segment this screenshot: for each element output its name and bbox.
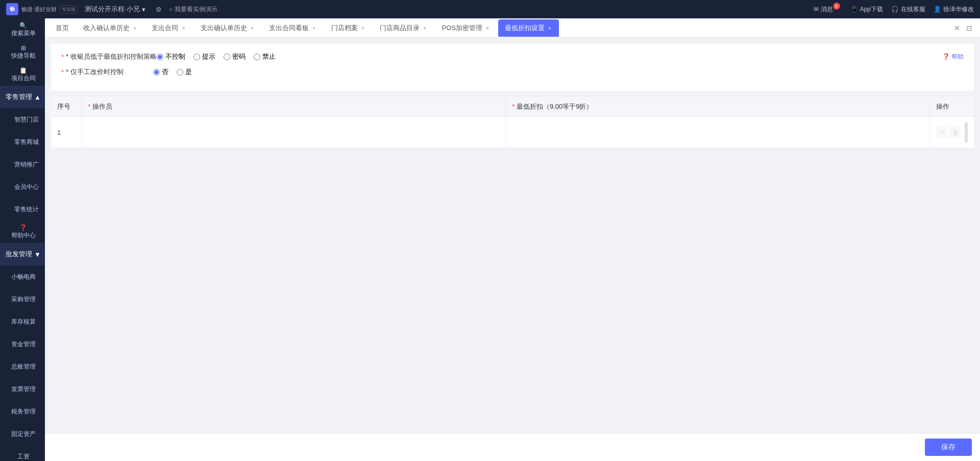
tab-bar-actions: ✕ ⊡ xyxy=(952,22,976,34)
cell-discount[interactable] xyxy=(506,117,930,148)
cell-operator[interactable] xyxy=(82,117,506,148)
option-forbid-label: 禁止 xyxy=(262,52,276,61)
branch-name: 测试分开示程·小兄 xyxy=(85,5,140,14)
radio-remind[interactable] xyxy=(193,54,200,60)
messages-btn[interactable]: ✉ 消息 8 xyxy=(814,5,842,14)
online-support-btn[interactable]: 🎧 在线客服 xyxy=(891,5,925,14)
demo-link[interactable]: ○ 我要看实例演示 xyxy=(169,5,217,14)
option-forbid[interactable]: 禁止 xyxy=(254,52,276,61)
radio-forbid[interactable] xyxy=(254,54,260,60)
tab-close-payment-contract[interactable]: × xyxy=(181,25,186,31)
required-mark: * xyxy=(61,53,64,61)
operator-input[interactable] xyxy=(88,129,500,136)
sidebar-item-ecommerce[interactable]: 小畅电商 xyxy=(0,265,45,288)
sidebar-item-label: 智慧门店 xyxy=(14,115,39,124)
cell-action: ✎ 🗑 xyxy=(930,117,974,148)
help-label: 帮助 xyxy=(951,53,964,61)
content-area: 首页 收入确认单历史 × 支出合同 × 支出确认单历史 × 支出合同看板 × 门… xyxy=(45,18,980,461)
settings-panel: * * 收银员低于最低折扣控制策略 不控制 提示 xyxy=(51,44,974,91)
scroll-indicator xyxy=(965,122,968,142)
tab-store-archive[interactable]: 门店档案 × xyxy=(325,19,372,37)
sidebar-item-search[interactable]: 🔍 搜索菜单 xyxy=(0,18,45,41)
sidebar-item-smart-store[interactable]: 智慧门店 xyxy=(0,108,45,131)
messages-label: 消息 xyxy=(821,5,833,14)
logo-area: 畅 畅捷·通好业财 专业版 xyxy=(6,3,78,15)
sidebar-item-help-center[interactable]: ❓ 帮助中心 xyxy=(0,221,45,243)
tab-pos-password-mgmt[interactable]: POS加密管理 × xyxy=(435,19,497,37)
tab-close-payment-contract-board[interactable]: × xyxy=(311,25,316,31)
sidebar-item-label: 零售商城 xyxy=(14,138,39,147)
close-tab-btn[interactable]: ✕ xyxy=(952,22,962,34)
option-no[interactable]: 否 xyxy=(153,67,168,77)
tab-store-product-catalog[interactable]: 门店商品目录 × xyxy=(373,19,434,37)
sidebar-item-purchase-mgmt[interactable]: 采购管理 xyxy=(0,288,45,310)
help-link[interactable]: ❓ 帮助 xyxy=(942,53,964,61)
option-no-control[interactable]: 不控制 xyxy=(157,52,185,61)
row-edit-btn[interactable]: ✎ xyxy=(936,127,947,138)
table-header-row: 序号 * 操作员 * 最低折扣（9.00等于9折） 操作 xyxy=(51,97,974,117)
row-delete-btn[interactable]: 🗑 xyxy=(949,127,961,138)
avatar-icon: 👤 xyxy=(934,6,941,13)
user-profile-btn[interactable]: 👤 徐泽华修改 xyxy=(934,5,974,14)
required-mark2: * xyxy=(61,68,64,76)
option-password[interactable]: 密码 xyxy=(224,52,246,61)
save-button[interactable]: 保存 xyxy=(925,439,972,456)
sidebar-item-retail-mgmt[interactable]: 零售管理 ▲ xyxy=(0,86,45,108)
demo-link-text: 我要看实例演示 xyxy=(175,5,217,14)
tab-payment-contract[interactable]: 支出合同 × xyxy=(145,19,192,37)
online-support-label: 在线客服 xyxy=(901,5,925,14)
sidebar-item-retail-mall[interactable]: 零售商城 xyxy=(0,131,45,153)
radio-yes[interactable] xyxy=(177,69,183,76)
sidebar-item-wholesale-mgmt[interactable]: 批发管理 ▼ xyxy=(0,243,45,265)
tab-close-store-archive[interactable]: × xyxy=(360,25,365,31)
expand-tab-btn[interactable]: ⊡ xyxy=(965,22,974,34)
tab-label: 支出合同看板 xyxy=(269,23,309,33)
sidebar-item-quick-nav[interactable]: ⊞ 快捷导航 xyxy=(0,41,45,63)
tab-home[interactable]: 首页 xyxy=(49,19,76,37)
sidebar-item-inventory[interactable]: 库存核算 xyxy=(0,310,45,333)
tab-min-discount-settings[interactable]: 最低折扣设置 × xyxy=(498,19,559,37)
radio-no[interactable] xyxy=(153,69,160,76)
col-operator-label: 操作员 xyxy=(92,103,112,110)
manual-price-row: * * 仅手工改价时控制 否 是 xyxy=(61,67,964,77)
tab-close-payment-confirm-history[interactable]: × xyxy=(250,25,255,31)
option-yes[interactable]: 是 xyxy=(177,67,192,77)
tab-close-pos-password-mgmt[interactable]: × xyxy=(485,25,490,31)
sidebar-item-fixed-assets[interactable]: 固定资产 xyxy=(0,423,45,445)
tab-label: 支出确认单历史 xyxy=(201,23,247,33)
sidebar-item-member-center[interactable]: 会员中心 xyxy=(0,176,45,198)
sidebar-item-marketing[interactable]: 营销推广 xyxy=(0,153,45,176)
option-remind[interactable]: 提示 xyxy=(193,52,215,61)
page-content: * * 收银员低于最低折扣控制策略 不控制 提示 xyxy=(45,38,980,433)
settings-icon-btn[interactable]: ⚙ xyxy=(153,5,165,14)
tab-close-min-discount-settings[interactable]: × xyxy=(547,25,552,31)
sidebar-item-invoice-mgmt[interactable]: 发票管理 xyxy=(0,378,45,400)
grid-icon: ⊞ xyxy=(21,44,26,52)
tab-close-revenue-history[interactable]: × xyxy=(132,25,137,31)
tab-close-store-product-catalog[interactable]: × xyxy=(422,25,427,31)
chevron-up-icon: ▲ xyxy=(34,93,41,101)
sidebar-item-label: 资金管理 xyxy=(11,340,36,349)
download-icon: 📱 xyxy=(850,6,858,13)
sidebar-item-retail-stats[interactable]: 零售统计 xyxy=(0,198,45,221)
sidebar-item-fund-mgmt[interactable]: 资金管理 xyxy=(0,333,45,355)
sidebar-item-salary[interactable]: 工资 xyxy=(0,445,45,461)
app-download-label: App下载 xyxy=(860,5,883,14)
radio-no-control[interactable] xyxy=(157,54,163,60)
branch-selector[interactable]: 测试分开示程·小兄 ▾ xyxy=(82,4,149,15)
app-download-btn[interactable]: 📱 App下载 xyxy=(850,5,883,14)
col-seq: 序号 xyxy=(51,97,82,117)
tab-payment-confirm-history[interactable]: 支出确认单历史 × xyxy=(194,19,261,37)
tab-revenue-history[interactable]: 收入确认单历史 × xyxy=(77,19,144,37)
sidebar-item-ledger-mgmt[interactable]: 总账管理 xyxy=(0,355,45,378)
discount-control-label-text: * 收银员低于最低折扣控制策略 xyxy=(66,52,157,61)
radio-password[interactable] xyxy=(224,54,230,60)
sidebar-item-project-contract[interactable]: 📋 项目合同 xyxy=(0,63,45,86)
tab-payment-contract-board[interactable]: 支出合同看板 × xyxy=(262,19,323,37)
option-no-control-label: 不控制 xyxy=(165,52,185,61)
cell-seq: 1 xyxy=(51,117,82,148)
col-action-label: 操作 xyxy=(936,103,949,110)
headset-icon: 🎧 xyxy=(891,6,899,13)
discount-input[interactable] xyxy=(512,129,923,136)
sidebar-item-tax-mgmt[interactable]: 税务管理 xyxy=(0,400,45,423)
